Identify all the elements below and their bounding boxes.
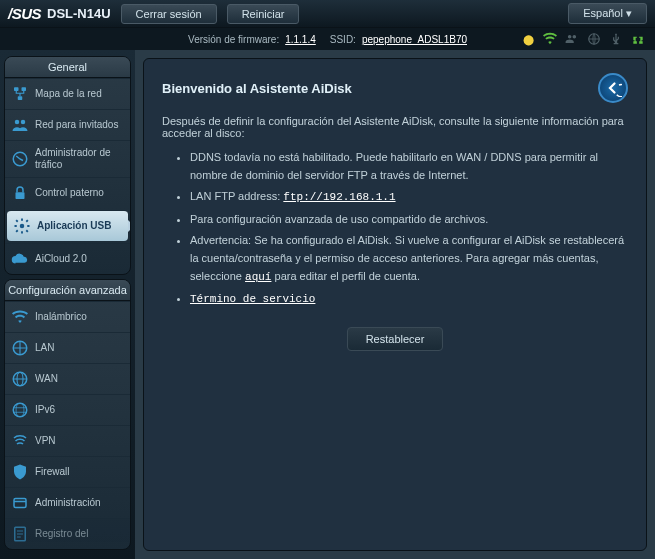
sidebar-item-vpn[interactable]: VPN [5,425,130,456]
intro-text: Después de definir la configuración del … [162,115,628,139]
svg-point-4 [15,120,20,125]
sidebar-item-parental-control[interactable]: Control paterno [5,177,130,208]
sidebar-item-firewall[interactable]: Firewall [5,456,130,487]
sidebar-item-guest-network[interactable]: Red para invitados [5,109,130,140]
sidebar-item-label: VPN [35,435,56,447]
sidebar-item-log[interactable]: Registro del [5,518,130,549]
model-label: DSL-N14U [47,6,111,21]
logout-button[interactable]: Cerrar sesión [121,4,217,24]
wan-icon [11,370,29,388]
language-select[interactable]: Español ▾ [568,3,647,24]
back-arrow-icon [604,79,622,97]
bulb-icon[interactable]: ⬤ [521,32,535,46]
sidebar-item-ipv6[interactable]: IPv6 [5,394,130,425]
aidisk-panel: Bienvenido al Asistente AiDisk Después d… [143,58,647,551]
sidebar-item-wan[interactable]: WAN [5,363,130,394]
sidebar-item-label: WAN [35,373,58,385]
sidebar-item-administration[interactable]: Administración [5,487,130,518]
list-item: Advertencia: Se ha configurado el AiDisk… [190,232,628,286]
svg-rect-3 [18,96,23,100]
sidebar-item-label: IPv6 [35,404,55,416]
chevron-down-icon: ▾ [626,7,632,19]
svg-point-5 [21,120,26,125]
top-bar: /SUS DSL-N14U Cerrar sesión Reiniciar Es… [0,0,655,28]
ftp-address-link[interactable]: ftp://192.168.1.1 [283,191,395,203]
svg-point-12 [13,403,27,417]
edit-profile-link[interactable]: aquí [245,271,271,283]
svg-rect-1 [14,87,19,91]
ssid-value-link[interactable]: pepephone_ADSL1B70 [362,34,467,45]
reset-button[interactable]: Restablecer [347,327,444,351]
panel-title: Bienvenido al Asistente AiDisk [162,81,352,96]
sidebar-group-advanced: Configuración avanzada Inalámbrico LAN W… [4,279,131,550]
sidebar-item-usb-app[interactable]: Aplicación USB [7,210,128,241]
sidebar-item-label: Red para invitados [35,119,118,131]
guest-network-icon [11,116,29,134]
tos-link[interactable]: Término de servicio [190,293,315,305]
usb-icon[interactable] [609,32,623,46]
sidebar-item-network-map[interactable]: Mapa de la red [5,78,130,109]
sidebar-item-lan[interactable]: LAN [5,332,130,363]
svg-rect-7 [16,192,25,199]
svg-rect-13 [14,499,26,508]
svg-rect-2 [22,87,27,91]
list-item: LAN FTP address: ftp://192.168.1.1 [190,188,628,207]
list-item: Para configuración avanzada de uso compa… [190,211,628,229]
cloud-icon [11,250,29,268]
network-icon[interactable] [631,32,645,46]
sidebar-item-aicloud[interactable]: AiCloud 2.0 [5,243,130,274]
ipv6-icon [11,401,29,419]
sidebar-group-general: General Mapa de la red Red para invitado… [4,56,131,275]
sidebar-item-label: LAN [35,342,54,354]
sidebar-item-label: Inalámbrico [35,311,87,323]
network-map-icon [11,85,29,103]
list-item: DDNS todavía no está habilitado. Puede h… [190,149,628,184]
sidebar: General Mapa de la red Red para invitado… [0,50,135,559]
wifi-icon[interactable] [543,32,557,46]
sidebar-item-label: Mapa de la red [35,88,102,100]
wifi-icon [11,308,29,326]
sidebar-group-header: Configuración avanzada [5,280,130,301]
main-content: Bienvenido al Asistente AiDisk Después d… [135,50,655,559]
lock-icon [11,184,29,202]
ssid-label: SSID: [330,34,356,45]
list-item: Término de servicio [190,290,628,309]
traffic-manager-icon [11,150,29,168]
sidebar-item-label: Firewall [35,466,69,478]
svg-point-8 [20,224,25,229]
gear-icon [13,217,31,235]
shield-icon [11,463,29,481]
sidebar-item-label: Registro del [35,528,88,540]
sidebar-group-header: General [5,57,130,78]
users-icon[interactable] [565,32,579,46]
globe-icon[interactable] [587,32,601,46]
sidebar-item-label: Administración [35,497,101,509]
sidebar-item-wireless[interactable]: Inalámbrico [5,301,130,332]
firmware-version-link[interactable]: 1.1.1.4 [285,34,316,45]
info-list: DDNS todavía no está habilitado. Puede h… [162,149,628,309]
info-bar: Versión de firmware: 1.1.1.4 SSID: pepep… [0,28,655,50]
firmware-label: Versión de firmware: [188,34,279,45]
sidebar-item-label: AiCloud 2.0 [35,253,87,265]
sidebar-item-label: Aplicación USB [37,220,111,232]
reboot-button[interactable]: Reiniciar [227,4,300,24]
sidebar-item-label: Control paterno [35,187,104,199]
sidebar-item-traffic-manager[interactable]: Administrador de tráfico [5,140,130,177]
lan-icon [11,339,29,357]
admin-icon [11,494,29,512]
back-button[interactable] [598,73,628,103]
log-icon [11,525,29,543]
sidebar-item-label: Administrador de tráfico [35,147,124,171]
brand-logo: /SUS [8,5,41,22]
vpn-icon [11,432,29,450]
